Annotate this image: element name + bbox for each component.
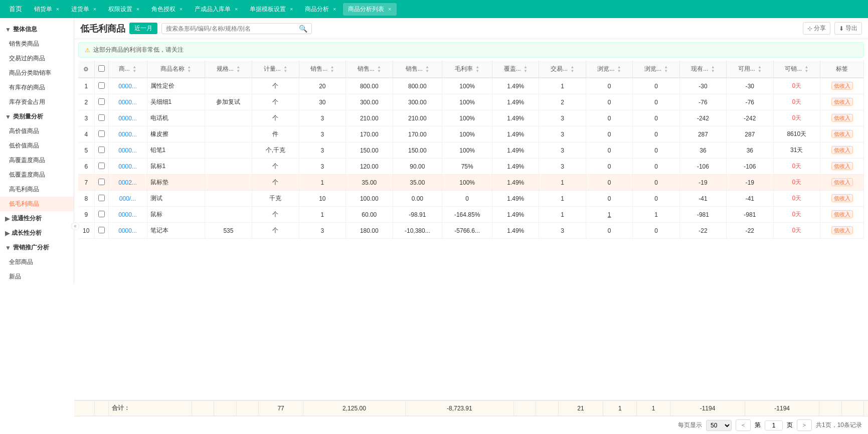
sidebar-item-traded-goods[interactable]: 交易过的商品 xyxy=(0,51,74,66)
col-tag[interactable]: 标签 xyxy=(820,61,864,78)
nav-analysis-list[interactable]: 商品分析列表 × xyxy=(343,3,396,16)
col-name[interactable]: 商品名称 ▲▼ xyxy=(147,61,205,78)
row-checkbox[interactable] xyxy=(98,179,105,185)
notice-icon: ⚠ xyxy=(85,47,90,54)
row-unit: 个 xyxy=(252,110,299,126)
nav-purchase[interactable]: 进货单 × xyxy=(66,3,101,16)
sidebar-item-stock-capital[interactable]: 库存资金占用 xyxy=(0,95,74,109)
col-current[interactable]: 现有... ▲▼ xyxy=(679,61,726,78)
search-icon[interactable]: 🔍 xyxy=(299,25,307,33)
row-tag: 低收入 xyxy=(820,142,864,159)
sidebar-item-stock-goods[interactable]: 有库存的商品 xyxy=(0,80,74,95)
row-checkbox[interactable] xyxy=(98,227,105,233)
nav-production[interactable]: 产成品入库单 × xyxy=(190,3,243,16)
tag-badge: 低收入 xyxy=(831,194,853,202)
col-saleable[interactable]: 可销... ▲▼ xyxy=(773,61,820,78)
search-input[interactable] xyxy=(166,25,299,32)
col-coverage[interactable]: 覆盖... ▲▼ xyxy=(492,61,539,78)
row-current: -981 xyxy=(679,207,726,223)
row-index: 2 xyxy=(78,94,94,110)
sidebar-collapse-btn[interactable]: « xyxy=(71,222,79,230)
col-gross-rate[interactable]: 毛利率 ▲▼ xyxy=(442,61,492,78)
row-checkbox-cell xyxy=(94,94,108,110)
sidebar-item-low-profit[interactable]: 低毛利商品 xyxy=(0,197,74,211)
period-button[interactable]: 近一月 xyxy=(129,23,157,34)
col-spec[interactable]: 规格... ▲▼ xyxy=(205,61,252,78)
sidebar-group-growth[interactable]: ▶ 成长性分析 xyxy=(0,226,74,240)
sidebar-item-low-value[interactable]: 低价值商品 xyxy=(0,138,74,153)
row-spec xyxy=(205,110,252,126)
row-checkbox-cell xyxy=(94,207,108,223)
nav-role[interactable]: 角色授权 × xyxy=(146,3,188,16)
sidebar-item-low-coverage[interactable]: 低覆盖度商品 xyxy=(0,168,74,182)
nav-sales-close[interactable]: × xyxy=(56,6,59,12)
col-view2[interactable]: 浏览... ▲▼ xyxy=(633,61,679,78)
col-sale-price[interactable]: 销售... ▲▼ xyxy=(346,61,393,78)
sidebar-item-all-goods[interactable]: 全部商品 xyxy=(0,255,74,269)
col-unit[interactable]: 计量... ▲▼ xyxy=(252,61,299,78)
nav-permission-close[interactable]: × xyxy=(136,6,139,12)
sidebar-item-sales-goods[interactable]: 销售类商品 xyxy=(0,37,74,51)
nav-sales[interactable]: 销货单 × xyxy=(29,3,64,16)
col-setting[interactable]: ⚙ xyxy=(78,61,94,78)
per-page-select[interactable]: 50 100 200 xyxy=(706,420,732,431)
row-checkbox[interactable] xyxy=(98,211,105,217)
nav-analysis-close[interactable]: × xyxy=(333,6,336,12)
row-name: 铅笔1 xyxy=(147,142,205,159)
row-spec xyxy=(205,159,252,175)
row-saleable: 0天 xyxy=(773,159,820,175)
sidebar-item-high-value[interactable]: 高价值商品 xyxy=(0,124,74,138)
row-checkbox[interactable] xyxy=(98,98,105,105)
row-checkbox[interactable] xyxy=(98,147,105,153)
row-view1: 0 xyxy=(586,159,632,175)
nav-production-close[interactable]: × xyxy=(235,6,238,12)
select-all-checkbox[interactable] xyxy=(98,65,105,72)
prev-page-button[interactable]: ＜ xyxy=(736,419,751,431)
nav-role-close[interactable]: × xyxy=(180,6,183,12)
row-checkbox[interactable] xyxy=(98,130,105,137)
row-checkbox[interactable] xyxy=(98,82,105,89)
row-tag: 低收入 xyxy=(820,159,864,175)
share-button[interactable]: ⊹ 分享 xyxy=(803,22,830,35)
row-index: 10 xyxy=(78,223,94,239)
nav-home[interactable]: 首页 xyxy=(4,3,27,16)
col-code[interactable]: 商... ▲▼ xyxy=(108,61,147,78)
nav-template-close[interactable]: × xyxy=(290,6,293,12)
export-button[interactable]: ⬇ 导出 xyxy=(834,22,862,35)
col-checkbox-header[interactable] xyxy=(94,61,108,78)
nav-analysis-list-close[interactable]: × xyxy=(388,6,391,12)
tag-badge: 低收入 xyxy=(831,98,853,106)
row-trade: 3 xyxy=(539,142,586,159)
row-checkbox[interactable] xyxy=(98,114,105,121)
next-page-button[interactable]: ＞ xyxy=(797,419,812,431)
nav-template[interactable]: 单据模板设置 × xyxy=(245,3,298,16)
col-trade[interactable]: 交易... ▲▼ xyxy=(539,61,586,78)
sidebar-group-marketing[interactable]: ▼ 营销推广分析 xyxy=(0,240,74,255)
col-view1[interactable]: 浏览... ▲▼ xyxy=(586,61,632,78)
row-view1: 0 xyxy=(586,191,632,207)
row-name: 测试 xyxy=(147,191,205,207)
sidebar-item-new-goods[interactable]: 新品 xyxy=(0,269,74,284)
tag-badge: 低收入 xyxy=(831,162,853,170)
col-available[interactable]: 可用... ▲▼ xyxy=(727,61,773,78)
nav-permission[interactable]: 权限设置 × xyxy=(103,3,144,16)
row-sale-amount: 300.00 xyxy=(393,94,442,110)
sidebar-item-high-profit[interactable]: 高毛利商品 xyxy=(0,182,74,197)
row-coverage: 1.49% xyxy=(492,94,539,110)
page-input[interactable] xyxy=(765,420,783,430)
sidebar-group-flow[interactable]: ▶ 流通性分析 xyxy=(0,211,74,226)
view1-link[interactable]: 1 xyxy=(608,211,611,218)
sidebar-group-general[interactable]: ▼ 整体信息 xyxy=(0,22,74,37)
row-sale-price: 180.00 xyxy=(346,223,393,239)
row-checkbox[interactable] xyxy=(98,163,105,169)
sidebar-item-category-rate[interactable]: 商品分类助销率 xyxy=(0,66,74,80)
row-checkbox[interactable] xyxy=(98,195,105,201)
row-name: 属性定价 xyxy=(147,78,205,94)
nav-purchase-close[interactable]: × xyxy=(93,6,96,12)
col-sale-amount[interactable]: 销售... ▲▼ xyxy=(393,61,442,78)
row-tag: 低收入 xyxy=(820,110,864,126)
nav-analysis[interactable]: 商品分析 × xyxy=(300,3,341,16)
sidebar-item-high-coverage[interactable]: 高覆盖度商品 xyxy=(0,153,74,168)
sidebar-group-category[interactable]: ▼ 类别量分析 xyxy=(0,109,74,124)
col-sale-qty[interactable]: 销售... ▲▼ xyxy=(299,61,345,78)
